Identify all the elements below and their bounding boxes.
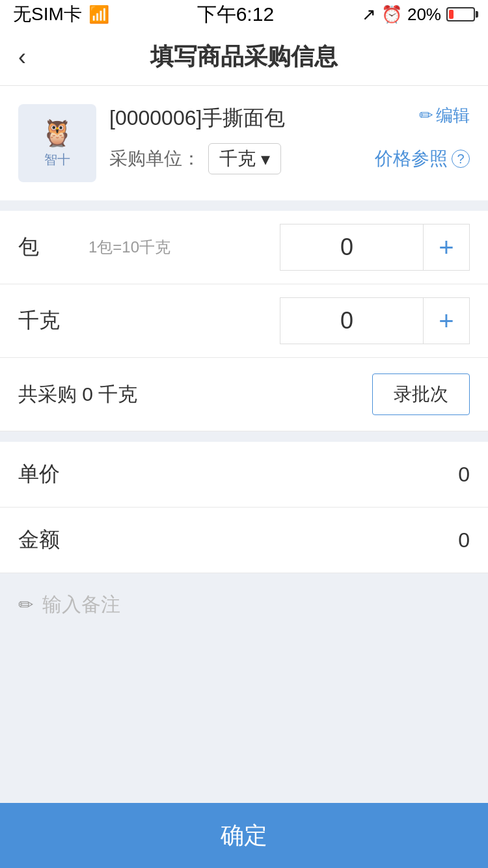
unit-price-row: 单价 0 xyxy=(0,442,488,508)
product-info: [0000006]手撕面包 ✏ 编辑 采购单位： 千克 ▾ 价格参照 ? xyxy=(109,104,470,174)
edit-label: 编辑 xyxy=(436,104,470,127)
pack-label: 包 xyxy=(18,233,83,262)
status-bar: 无SIM卡 📶 下午6:12 ↗ ⏰ 20% xyxy=(0,0,488,29)
status-left: 无SIM卡 📶 xyxy=(13,2,109,27)
brand-label: 智十 xyxy=(44,151,70,169)
location-icon: ↗ xyxy=(362,5,376,25)
edit-button[interactable]: ✏ 编辑 xyxy=(419,104,470,127)
pack-input-row: 包 1包=10千克 + xyxy=(0,211,488,284)
nav-bar: ‹ 填写商品采购信息 xyxy=(0,29,488,86)
dropdown-icon: ▾ xyxy=(261,148,270,170)
batch-button[interactable]: 录批次 xyxy=(372,373,470,415)
confirm-button-text: 确定 xyxy=(221,820,267,852)
unit-selector-group: 采购单位： 千克 ▾ xyxy=(109,143,281,174)
summary-row: 共采购 0 千克 录批次 xyxy=(0,358,488,431)
carrier-text: 无SIM卡 xyxy=(13,2,82,27)
kg-quantity-wrapper: + xyxy=(280,297,470,344)
purchase-unit-label: 采购单位： xyxy=(109,146,200,171)
remark-section[interactable]: ✏ 输入备注 xyxy=(0,573,488,636)
page-title: 填写商品采购信息 xyxy=(150,41,338,73)
kg-plus-button[interactable]: + xyxy=(423,297,470,344)
unit-value: 千克 xyxy=(219,146,256,171)
pack-plus-button[interactable]: + xyxy=(423,224,470,271)
battery-icon xyxy=(446,7,475,21)
purchase-unit-row: 采购单位： 千克 ▾ 价格参照 ? xyxy=(109,143,470,174)
pack-sublabel: 1包=10千克 xyxy=(88,237,170,258)
pencil-icon: ✏ xyxy=(18,594,33,616)
price-section: 单价 0 金额 0 xyxy=(0,442,488,573)
unit-dropdown[interactable]: 千克 ▾ xyxy=(208,143,281,174)
input-section: 包 1包=10千克 + 千克 + xyxy=(0,211,488,358)
product-name-row: [0000006]手撕面包 ✏ 编辑 xyxy=(109,104,470,133)
amount-label: 金额 xyxy=(18,526,60,554)
summary-text: 共采购 0 千克 xyxy=(18,381,137,408)
price-ref-button[interactable]: 价格参照 ? xyxy=(375,146,470,171)
divider-2 xyxy=(0,431,488,442)
amount-row: 金额 0 xyxy=(0,508,488,573)
pack-quantity-input[interactable] xyxy=(280,224,423,271)
divider-1 xyxy=(0,200,488,211)
pack-quantity-wrapper: + xyxy=(280,224,470,271)
remark-placeholder: 输入备注 xyxy=(42,591,120,618)
amount-value: 0 xyxy=(458,528,470,552)
product-full-name: [0000006]手撕面包 xyxy=(109,104,285,133)
status-time: 下午6:12 xyxy=(197,1,274,28)
alarm-icon: ⏰ xyxy=(381,5,402,25)
kg-input-row: 千克 + xyxy=(0,284,488,358)
help-icon: ? xyxy=(452,150,470,168)
product-card: 🦉 智十 [0000006]手撕面包 ✏ 编辑 采购单位： 千克 ▾ 价格参照 … xyxy=(0,86,488,200)
footer[interactable]: 确定 xyxy=(0,803,488,868)
battery-percent: 20% xyxy=(407,5,441,25)
price-ref-label: 价格参照 xyxy=(375,146,448,171)
wifi-icon: 📶 xyxy=(88,5,109,25)
brand-owl-icon: 🦉 xyxy=(41,118,74,148)
status-right: ↗ ⏰ 20% xyxy=(362,5,475,25)
edit-icon: ✏ xyxy=(419,105,433,126)
kg-quantity-input[interactable] xyxy=(280,297,423,344)
kg-label: 千克 xyxy=(18,306,83,335)
product-image: 🦉 智十 xyxy=(18,104,96,182)
back-button[interactable]: ‹ xyxy=(18,44,26,71)
unit-price-label: 单价 xyxy=(18,460,60,489)
unit-price-value: 0 xyxy=(458,463,470,487)
